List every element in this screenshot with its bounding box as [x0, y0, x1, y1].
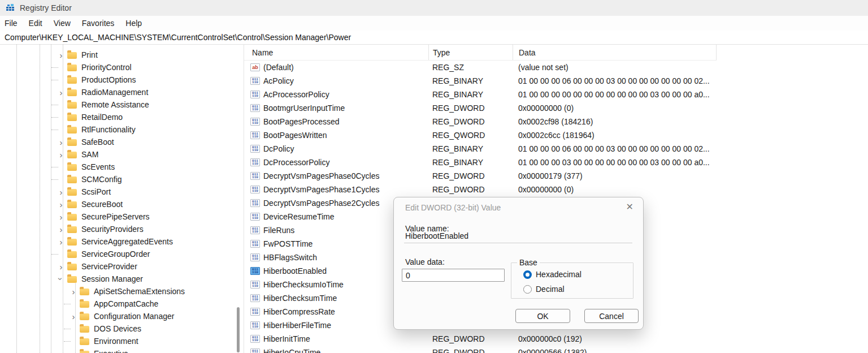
dialog-title: Edit DWORD (32-bit) Value: [405, 203, 501, 212]
tree-item-scsiport[interactable]: ›ScsiPort: [0, 186, 244, 198]
menu-favorites[interactable]: Favorites: [76, 19, 120, 28]
value-row-hiberiocputime[interactable]: HiberIoCpuTimeREG_DWORD0x00000566 (1382): [244, 346, 868, 353]
tree-expander-placeholder: [57, 100, 65, 109]
value-data-cell: 01 00 00 00 00 00 00 00 00 00 00 00 03 0…: [513, 90, 717, 99]
tree-item-label: ApiSetSchemaExtensions: [94, 287, 185, 296]
tree-branch-stub: [51, 179, 58, 180]
value-name-cell: HiberIoCpuTime: [244, 348, 428, 353]
radio-selected-icon[interactable]: [523, 270, 532, 279]
tree-item-securityproviders[interactable]: ›SecurityProviders: [0, 223, 244, 235]
tree-scrollbar[interactable]: [237, 307, 240, 352]
tree-item-executive[interactable]: Executive: [0, 347, 244, 353]
tree-item-session-manager[interactable]: ›Session Manager: [0, 273, 244, 285]
menu-view[interactable]: View: [48, 19, 76, 28]
tree-item-securepipeservers[interactable]: ›SecurePipeServers: [0, 210, 244, 223]
value-data-input[interactable]: [402, 269, 505, 282]
tree-item-servicegrouporder[interactable]: ServiceGroupOrder: [0, 248, 244, 260]
tree-item-environment[interactable]: Environment: [0, 335, 244, 347]
menu-file[interactable]: File: [5, 19, 23, 28]
tree-item-label: ScEvents: [81, 162, 115, 171]
chevron-right-icon[interactable]: ›: [57, 212, 65, 221]
chevron-right-icon[interactable]: ›: [70, 312, 77, 321]
tree-item-label: RadioManagement: [81, 88, 148, 97]
tree-item-retaildemo[interactable]: RetailDemo: [0, 111, 244, 123]
tree-item-appcompatcache[interactable]: AppCompatCache: [0, 298, 244, 310]
tree-item-remote-assistance[interactable]: Remote Assistance: [0, 98, 244, 111]
tree-item-productoptions[interactable]: ProductOptions: [0, 74, 244, 86]
chevron-right-icon[interactable]: ›: [57, 200, 65, 209]
close-icon[interactable]: ✕: [626, 201, 633, 212]
folder-icon: [80, 338, 89, 345]
tree-item-secureboot[interactable]: ›SecureBoot: [0, 198, 244, 210]
radio-unselected-icon[interactable]: [523, 285, 532, 294]
cancel-button[interactable]: Cancel: [584, 309, 639, 323]
radio-hexadecimal[interactable]: Hexadecimal: [523, 270, 581, 279]
chevron-right-icon[interactable]: ›: [57, 187, 65, 196]
tree-item-dos-devices[interactable]: DOS Devices: [0, 322, 244, 335]
chevron-right-icon[interactable]: ›: [57, 88, 65, 97]
column-header-data[interactable]: Data: [513, 45, 717, 60]
chevron-right-icon[interactable]: ›: [57, 225, 65, 234]
tree-item-label: SafeBoot: [81, 137, 114, 147]
tree-item-sam[interactable]: ›SAM: [0, 148, 244, 161]
folder-icon: [67, 114, 77, 121]
value-row-hiberinittime[interactable]: HiberInitTimeREG_DWORD0x000000c0 (192): [244, 332, 868, 346]
chevron-right-icon[interactable]: ›: [57, 137, 65, 147]
value-row-dcprocessorpolicy[interactable]: DcProcessorPolicyREG_BINARY01 00 00 00 0…: [244, 156, 868, 169]
value-row-bootpageswritten[interactable]: BootPagesWrittenREG_QWORD0x0002c6cc (181…: [244, 128, 868, 142]
tree-item-serviceaggregatedevents[interactable]: ›ServiceAggregatedEvents: [0, 235, 244, 248]
value-row-acprocessorpolicy[interactable]: AcProcessorPolicyREG_BINARY01 00 00 00 0…: [244, 88, 868, 101]
column-header-type[interactable]: Type: [428, 45, 513, 60]
tree-item-radiomanagement[interactable]: ›RadioManagement: [0, 86, 244, 98]
value-row--default-[interactable]: (Default)REG_SZ(value not set): [244, 61, 868, 74]
tree-item-prioritycontrol[interactable]: PriorityControl: [0, 61, 244, 74]
tree-branch-stub: [51, 105, 58, 105]
tree-branch-stub: [64, 341, 71, 342]
value-row-bootmgruserinputtime[interactable]: BootmgrUserInputTimeREG_DWORD0x00000000 …: [244, 101, 868, 115]
address-bar[interactable]: Computer\HKEY_LOCAL_MACHINE\SYSTEM\Curre…: [0, 31, 868, 45]
tree-item-apisetschemaextensions[interactable]: ›ApiSetSchemaExtensions: [0, 285, 244, 298]
value-type-cell: REG_DWORD: [428, 117, 513, 126]
tree-expander-placeholder: [57, 125, 65, 134]
folder-icon: [80, 301, 89, 308]
tree-item-print[interactable]: ›Print: [0, 49, 244, 61]
value-row-dcpolicy[interactable]: DcPolicyREG_BINARY01 00 00 00 06 00 00 0…: [244, 142, 868, 156]
tree-branch-stub: [51, 130, 58, 130]
value-type-cell: REG_SZ: [428, 63, 513, 72]
tree-item-label: DOS Devices: [94, 324, 141, 333]
tree-item-serviceprovider[interactable]: ›ServiceProvider: [0, 260, 244, 273]
binary-value-icon: [250, 158, 260, 166]
menu-edit[interactable]: Edit: [23, 19, 48, 28]
registry-path[interactable]: Computer\HKEY_LOCAL_MACHINE\SYSTEM\Curre…: [5, 33, 351, 42]
tree-item-configuration-manager[interactable]: ›Configuration Manager: [0, 310, 244, 322]
chevron-right-icon[interactable]: ›: [57, 237, 65, 246]
tree-item-label: Environment: [94, 337, 138, 346]
ok-button[interactable]: OK: [515, 309, 570, 323]
value-name-cell: BootmgrUserInputTime: [244, 104, 428, 113]
menu-help[interactable]: Help: [120, 19, 147, 28]
tree-item-label: ServiceProvider: [81, 262, 137, 271]
tree-item-safeboot[interactable]: ›SafeBoot: [0, 136, 244, 148]
tree-item-rtlfunctionality[interactable]: RtlFunctionality: [0, 123, 244, 136]
chevron-right-icon[interactable]: ›: [70, 287, 77, 296]
binary-value-icon: [250, 335, 260, 343]
column-header-name[interactable]: Name: [244, 45, 428, 60]
chevron-right-icon[interactable]: ›: [57, 50, 65, 59]
value-row-decryptvsmpagesphase1cycles[interactable]: DecryptVsmPagesPhase1CyclesREG_DWORD0x00…: [244, 183, 868, 196]
radio-decimal[interactable]: Decimal: [523, 285, 565, 294]
chevron-right-icon[interactable]: ›: [57, 262, 65, 271]
binary-value-icon: [250, 294, 260, 302]
tree-expander-placeholder: [57, 175, 65, 184]
value-data-cell: 01 00 00 00 03 00 00 00 00 00 00 00 03 0…: [513, 158, 717, 167]
folder-icon: [67, 201, 77, 208]
chevron-right-icon[interactable]: ›: [57, 150, 65, 159]
value-row-decryptvsmpagesphase0cycles[interactable]: DecryptVsmPagesPhase0CyclesREG_DWORD0x00…: [244, 169, 868, 183]
chevron-down-icon[interactable]: ›: [57, 275, 66, 283]
tree-branch-stub: [64, 329, 71, 329]
value-row-acpolicy[interactable]: AcPolicyREG_BINARY01 00 00 00 06 00 00 0…: [244, 74, 868, 88]
value-name-field: HiberbootEnabled: [404, 231, 632, 243]
tree-item-scevents[interactable]: ScEvents: [0, 161, 244, 173]
value-row-bootpagesprocessed[interactable]: BootPagesProcessedREG_DWORD0x0002cf98 (1…: [244, 115, 868, 128]
radio-hexadecimal-label: Hexadecimal: [536, 270, 581, 279]
tree-item-scmconfig[interactable]: SCMConfig: [0, 173, 244, 186]
